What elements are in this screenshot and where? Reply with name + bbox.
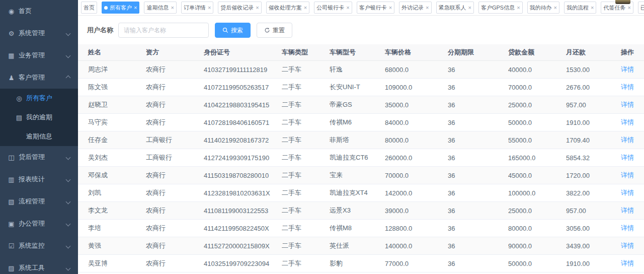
cell-vehicle-type: 二手车 bbox=[272, 131, 319, 149]
close-icon[interactable]: × bbox=[346, 5, 349, 11]
close-icon[interactable]: × bbox=[134, 5, 137, 11]
sidebar-item-loan[interactable]: ◫ 贷后管理 bbox=[0, 146, 78, 168]
sidebar-item-home[interactable]: ◉ 首页 bbox=[0, 0, 78, 22]
cell-loan: 50000.0 bbox=[498, 255, 556, 272]
search-button[interactable]: 搜索 bbox=[215, 23, 251, 38]
reset-button[interactable]: 重置 bbox=[257, 23, 292, 38]
tab-overdue-info[interactable]: 逾期信息 × bbox=[144, 2, 176, 14]
col-vehicle-model: 车辆型号 bbox=[319, 44, 375, 61]
detail-link[interactable]: 详情 bbox=[621, 224, 634, 232]
cell-monthly: 1910.00 bbox=[556, 114, 614, 131]
customer-name-input[interactable] bbox=[118, 23, 209, 38]
detail-link[interactable]: 详情 bbox=[621, 207, 634, 214]
tab-collection-plan[interactable]: 催收处理方案 × bbox=[266, 2, 309, 14]
cell-price: 109000.0 bbox=[375, 79, 438, 96]
sidebar-item-process[interactable]: ▧ 流程管理 bbox=[0, 190, 78, 213]
sidebar-item-label: 业务管理 bbox=[19, 51, 45, 60]
tab-company-bank-card[interactable]: 公司银行卡 × bbox=[314, 2, 352, 14]
detail-link[interactable]: 详情 bbox=[621, 118, 634, 126]
close-icon[interactable]: × bbox=[304, 5, 307, 11]
cell-vehicle-type: 二手车 bbox=[272, 114, 319, 131]
detail-link[interactable]: 详情 bbox=[621, 242, 634, 249]
tab-collection-record[interactable]: 贷后催收记录 × bbox=[218, 2, 261, 14]
tab-my-todo[interactable]: 我的待办 × bbox=[527, 2, 559, 14]
close-icon[interactable]: × bbox=[591, 5, 594, 11]
cell-funder: 农商行 bbox=[136, 114, 194, 131]
sidebar-item-label: 所有客户 bbox=[26, 94, 52, 103]
detail-link[interactable]: 详情 bbox=[621, 259, 634, 267]
table-header: 姓名 资方 身份证号 车辆类型 车辆型号 车辆价格 分期期限 贷款金额 月还款 … bbox=[78, 44, 644, 61]
detail-link[interactable]: 详情 bbox=[621, 171, 634, 179]
cell-name: 刘凯 bbox=[78, 184, 136, 202]
sidebar-item-customer[interactable]: ♟ 客户管理 bbox=[0, 66, 78, 89]
tab-my-process[interactable]: 我的流程 × bbox=[564, 2, 596, 14]
close-icon[interactable]: × bbox=[256, 5, 259, 11]
close-icon[interactable]: × bbox=[426, 5, 429, 11]
cell-vehicle-model: 长安UNI-T bbox=[319, 79, 375, 96]
cell-funder: 农商行 bbox=[136, 237, 194, 255]
col-vehicle-type: 车辆类型 bbox=[272, 44, 319, 61]
cell-id-number: 41142119950822450X bbox=[194, 220, 272, 237]
col-monthly: 月还款 bbox=[556, 44, 614, 61]
close-icon[interactable]: × bbox=[627, 5, 630, 11]
cell-loan: 25000.0 bbox=[498, 202, 556, 220]
table-row: 邓保成 农商行 411503198708280010 二手车 宝来 70000.… bbox=[78, 167, 644, 184]
sidebar-item-overdue-info[interactable]: 逾期信息 bbox=[0, 127, 78, 146]
cell-id-number: 410721199505263517 bbox=[194, 79, 272, 96]
chevron-down-icon bbox=[66, 155, 71, 160]
cell-id-number: 410728198406160571 bbox=[194, 114, 272, 131]
tab-visit-record[interactable]: 外访记录 × bbox=[399, 2, 431, 14]
avatar[interactable] bbox=[615, 0, 630, 4]
close-icon[interactable]: × bbox=[171, 5, 174, 11]
sidebar-item-all-customers[interactable]: ◎ 所有客户 bbox=[0, 89, 78, 108]
sidebar-item-system[interactable]: ⚙ 系统管理 bbox=[0, 22, 78, 44]
tab-emergency-contact[interactable]: 紧急联系人 × bbox=[436, 2, 474, 14]
detail-link[interactable]: 详情 bbox=[621, 136, 634, 144]
close-icon[interactable]: × bbox=[517, 5, 520, 11]
sidebar-item-report[interactable]: ▥ 报表统计 bbox=[0, 168, 78, 190]
sidebar-item-monitor[interactable]: ☑ 系统监控 bbox=[0, 235, 78, 257]
close-icon[interactable]: × bbox=[208, 5, 211, 11]
cell-term: 36 bbox=[438, 220, 498, 237]
cell-loan: 90000.0 bbox=[498, 237, 556, 255]
cell-monthly: 1709.40 bbox=[556, 131, 614, 149]
sidebar-item-my-overdue[interactable]: ▤ 我的逾期 bbox=[0, 108, 78, 127]
detail-link[interactable]: 详情 bbox=[621, 83, 634, 91]
cell-vehicle-type: 二手车 bbox=[272, 220, 319, 237]
tab-customer-gps[interactable]: 客户GPS信息 × bbox=[478, 2, 523, 14]
cell-term: 36 bbox=[438, 202, 498, 220]
cell-monthly: 1720.00 bbox=[556, 167, 614, 184]
cell-loan: 100000.0 bbox=[498, 184, 556, 202]
cell-name: 李培 bbox=[78, 220, 136, 237]
close-icon[interactable]: × bbox=[468, 5, 471, 11]
close-icon[interactable]: × bbox=[389, 5, 392, 11]
table-row: 李文龙 农商行 411081199003122553 二手车 远景X3 3900… bbox=[78, 202, 644, 220]
cell-loan: 165000.0 bbox=[498, 149, 556, 167]
detail-link[interactable]: 详情 bbox=[621, 154, 634, 161]
detail-link[interactable]: 详情 bbox=[621, 189, 634, 196]
close-icon[interactable]: × bbox=[554, 5, 557, 11]
detail-link[interactable]: 详情 bbox=[621, 65, 634, 73]
sidebar-item-tools[interactable]: ▨ 系统工具 bbox=[0, 257, 78, 274]
cell-name: 周志洋 bbox=[78, 61, 136, 79]
cell-name: 任存金 bbox=[78, 131, 136, 149]
detail-link[interactable]: 详情 bbox=[621, 101, 634, 108]
cell-funder: 农商行 bbox=[136, 220, 194, 237]
cell-funder: 工商银行 bbox=[136, 131, 194, 149]
sidebar-item-business[interactable]: ▦ 业务管理 bbox=[0, 44, 78, 66]
chevron-down-icon bbox=[66, 243, 71, 248]
col-loan: 贷款金额 bbox=[498, 44, 556, 61]
tab-order-detail[interactable]: 订单详情 × bbox=[181, 2, 213, 14]
cell-term: 36 bbox=[438, 255, 498, 272]
tab-home[interactable]: 首页 bbox=[81, 2, 97, 14]
cell-loan: 55000.0 bbox=[498, 131, 556, 149]
sidebar-item-office[interactable]: ▣ 办公管理 bbox=[0, 213, 78, 235]
sidebar-item-label: 报表统计 bbox=[19, 175, 45, 184]
tab-customer-bank-card[interactable]: 客户银行卡 × bbox=[357, 2, 394, 14]
tab-done-task[interactable]: 已办任务 × bbox=[638, 2, 644, 14]
cell-name: 李文龙 bbox=[78, 202, 136, 220]
tab-all-customers[interactable]: 所有客户 × bbox=[102, 2, 139, 14]
cell-vehicle-type: 二手车 bbox=[272, 61, 319, 79]
cell-id-number: 411402199208167372 bbox=[194, 131, 272, 149]
cell-name: 陈文强 bbox=[78, 79, 136, 96]
